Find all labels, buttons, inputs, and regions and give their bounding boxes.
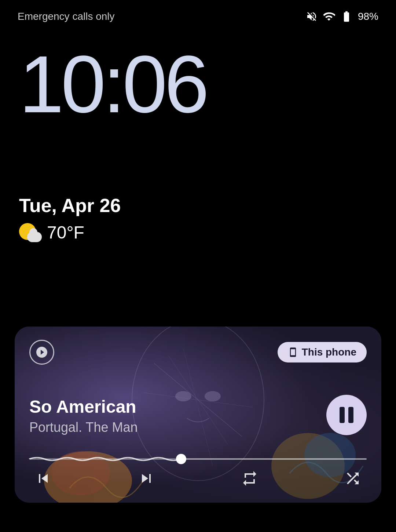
pause-button[interactable]	[326, 395, 367, 435]
status-bar: Emergency calls only 98%	[0, 0, 396, 23]
play-circle-icon	[35, 346, 48, 359]
song-artist: Portugal. The Man	[29, 420, 319, 435]
pause-bar-right	[348, 407, 353, 423]
card-top-row: This phone	[29, 340, 367, 365]
shuffle-icon	[344, 470, 362, 487]
clock-display: 10:06	[19, 44, 206, 125]
weather-row: 70°F	[19, 222, 121, 243]
progress-bar[interactable]	[29, 458, 367, 460]
skip-prev-icon	[34, 470, 52, 487]
weather-icon	[19, 223, 42, 242]
skip-next-icon	[138, 470, 155, 487]
mute-icon	[306, 11, 318, 22]
pause-bar-left	[340, 407, 345, 423]
repeat-icon	[241, 470, 258, 487]
temperature-display: 70°F	[47, 222, 84, 243]
status-text: Emergency calls only	[18, 11, 115, 22]
battery-icon	[340, 10, 353, 23]
date-weather-section: Tue, Apr 26 70°F	[19, 194, 121, 243]
playback-controls	[29, 467, 367, 489]
card-middle-row: So American Portugal. The Man	[29, 395, 367, 435]
shuffle-button[interactable]	[342, 467, 364, 489]
card-bottom-section	[29, 458, 367, 489]
next-button[interactable]	[135, 467, 157, 489]
song-info: So American Portugal. The Man	[29, 397, 319, 435]
cloud-icon	[27, 232, 42, 242]
status-icons: 98%	[306, 10, 378, 23]
music-player-card: This phone So American Portugal. The Man	[15, 327, 381, 503]
pause-icon	[340, 407, 353, 423]
progress-remaining	[181, 458, 367, 460]
card-content: This phone So American Portugal. The Man	[15, 327, 381, 503]
song-title: So American	[29, 397, 319, 417]
this-phone-badge[interactable]: This phone	[278, 342, 367, 362]
progress-thumb[interactable]	[176, 454, 186, 464]
this-phone-label: This phone	[302, 346, 356, 358]
progress-track	[29, 458, 367, 460]
progress-wave	[29, 455, 181, 463]
media-app-icon[interactable]	[29, 340, 54, 365]
repeat-button[interactable]	[239, 467, 261, 489]
previous-button[interactable]	[32, 467, 54, 489]
phone-device-icon	[288, 347, 298, 357]
date-display: Tue, Apr 26	[19, 194, 121, 216]
progress-row	[29, 458, 367, 460]
wifi-icon	[323, 10, 335, 23]
battery-percentage: 98%	[358, 11, 378, 22]
